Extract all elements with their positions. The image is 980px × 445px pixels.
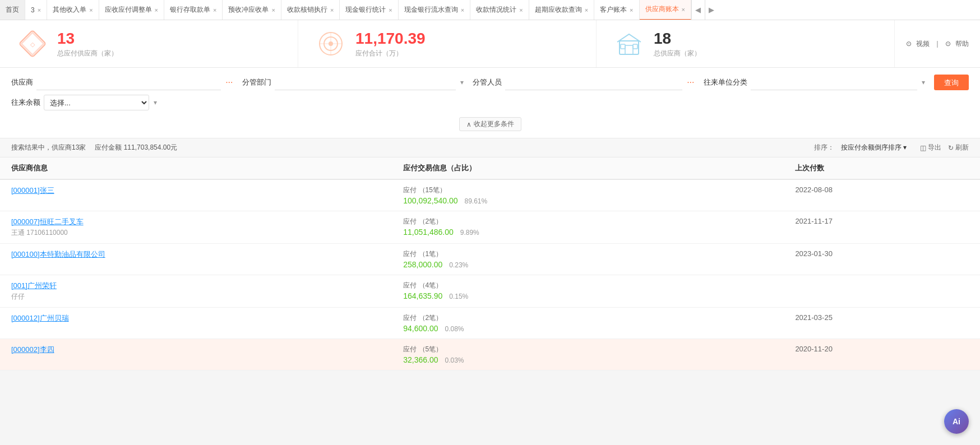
person-input[interactable] [505,75,682,90]
supplier-name-link[interactable]: [000002]李四 [11,345,54,354]
nav-tab-cash-flow-close[interactable]: × [461,7,464,13]
nav-tab-3-label: 3 [31,6,35,14]
nav-tab-advance-close[interactable]: × [271,7,275,13]
nav-tab-other-income[interactable]: 其他收入单 × [47,0,99,20]
supplier-name-link[interactable]: [000007]恒旺二手叉车 [11,217,84,226]
dept-input[interactable] [275,75,456,90]
balance-chevron-icon[interactable]: ▾ [154,99,157,106]
pay-amount-value: 94,600.00 [403,324,438,333]
refresh-icon: ↻ [948,144,954,152]
supplier-name-link[interactable]: [000001]张三 [11,186,54,194]
supplier-table: 供应商信息 应付交易信息（占比） 上次付数 [000001]张三应付 （15笔）… [0,157,980,370]
balance-select[interactable]: 选择... [44,95,149,110]
nav-scroll-left[interactable]: ◀ [691,0,705,20]
export-label: 导出 [928,143,941,152]
supplier-info-cell: [000007]恒旺二手叉车王通 17106110000 [0,211,392,244]
summary-card-payable-amount: 11,170.39 应付合计（万） [298,20,597,67]
pay-info-cell: 应付 （15笔）100,092,540.0089.61% [392,179,784,211]
nav-tab-overdue-close[interactable]: × [585,7,588,13]
nav-tab-bank-deposit[interactable]: 银行存取款单 × [164,0,223,20]
pay-count-label: 应付 （4笔） [403,281,773,290]
pay-info-cell: 应付 （1笔）258,000.000.23% [392,244,784,275]
nav-tab-payment-exec[interactable]: 收款核销执行 × [281,0,340,20]
pay-amount-row: 32,366.000.03% [403,355,773,364]
supplier-dots-icon[interactable]: ··· [225,77,233,87]
payable-suppliers-text: 13 总应付供应商（家） [57,29,281,59]
help-icon: ⊙ [945,40,951,48]
payable-amount-label: 应付合计（万） [355,49,579,58]
table-row: [001]广州荣轩仔仔应付 （4笔）164,635.900.15% [0,275,980,308]
summary-card-total-suppliers: 18 总供应商（家） [597,20,895,67]
nav-tab-cash-stats[interactable]: 现金银行统计 × [340,0,398,20]
top-right-links: ⊙ 视频 ｜ ⊙ 帮助 [895,20,980,67]
person-dots-icon[interactable]: ··· [687,77,694,87]
payable-amount-text: 11,170.39 应付合计（万） [355,29,579,59]
search-button[interactable]: 查询 [934,75,969,90]
help-link[interactable]: 帮助 [955,39,969,49]
supplier-name-link[interactable]: [000012]广州贝瑞 [11,314,69,322]
nav-tab-3[interactable]: 3 × [25,0,47,20]
nav-tab-overdue[interactable]: 超期应收款查询 × [529,0,594,20]
pay-count-label: 应付 （1笔） [403,249,773,259]
collapse-row: ∧ 收起更多条件 [11,115,969,133]
nav-tab-supplier-ledger[interactable]: 供应商账本 × [640,0,691,20]
category-label: 往来单位分类 [704,77,747,87]
pay-info-cell: 应付 （5笔）32,366.000.03% [392,339,784,370]
nav-tab-other-income-close[interactable]: × [89,7,93,13]
filter-row-2: 往来余额 选择... ▾ [11,95,969,110]
nav-tab-receipt-stats[interactable]: 收款情况统计 × [470,0,529,20]
nav-tab-customer-ledger[interactable]: 客户账本 × [594,0,639,20]
pay-info-cell: 应付 （4笔）164,635.900.15% [392,275,784,308]
nav-tab-customer-ledger-close[interactable]: × [630,7,633,13]
collapse-label: 收起更多条件 [474,119,514,129]
nav-tab-cash-flow[interactable]: 现金银行流水查询 × [399,0,470,20]
pay-amount-row: 11,051,486.009.89% [403,228,773,237]
category-chevron-icon[interactable]: ▾ [922,78,925,86]
export-button[interactable]: ◫ 导出 [920,143,941,152]
nav-tab-receipt-stats-close[interactable]: × [519,7,523,13]
nav-scroll-right[interactable]: ▶ [705,0,718,20]
supplier-name-link[interactable]: [000100]本特勤油品有限公司 [11,250,105,258]
nav-tab-home[interactable]: 首页 [0,0,25,20]
table-header-row: 供应商信息 应付交易信息（占比） 上次付数 [0,157,980,179]
nav-tab-bank-deposit-close[interactable]: × [213,7,216,13]
result-bar: 搜索结果中，供应商13家 应付金额 111,703,854.00元 排序： 按应… [0,138,980,157]
summary-card-payable-suppliers: ◇ 13 总应付供应商（家） [0,20,298,67]
pay-percent-value: 0.03% [445,356,464,364]
nav-tab-cash-stats-label: 现金银行统计 [345,5,386,15]
balance-label: 往来余额 [11,98,40,108]
table-body: [000001]张三应付 （15笔）100,092,540.0089.61%20… [0,179,980,370]
nav-tab-cash-stats-close[interactable]: × [389,7,392,13]
pay-amount-value: 258,000.00 [403,260,442,269]
last-pay-cell [784,275,980,308]
nav-tab-3-close[interactable]: × [38,7,41,13]
dept-chevron-icon[interactable]: ▾ [460,78,464,86]
filter-balance: 往来余额 选择... ▾ [11,95,157,110]
total-suppliers-text: 18 总供应商（家） [654,29,877,59]
nav-tab-adjustment-close[interactable]: × [155,7,158,13]
payable-suppliers-label: 总应付供应商（家） [57,49,281,58]
refresh-button[interactable]: ↻ 刷新 [948,143,969,152]
supplier-label: 供应商 [11,77,33,87]
collapse-button[interactable]: ∧ 收起更多条件 [459,117,521,131]
supplier-input[interactable] [36,75,221,90]
nav-tab-payment-exec-label: 收款核销执行 [287,5,327,15]
pay-percent-value: 89.61% [465,197,488,205]
supplier-sub-info: 王通 17106110000 [11,228,381,238]
supplier-info-cell: [000002]李四 [0,339,392,370]
nav-tab-adjustment[interactable]: 应收应付调整单 × [99,0,164,20]
main-table-wrapper: 供应商信息 应付交易信息（占比） 上次付数 [000001]张三应付 （15笔）… [0,157,980,370]
nav-tab-advance[interactable]: 预收冲应收单 × [223,0,281,20]
sort-button[interactable]: 按应付余额倒序排序 ▾ [841,143,907,152]
video-link[interactable]: 视频 [916,39,930,49]
nav-tab-advance-label: 预收冲应收单 [228,5,269,15]
nav-tab-payment-exec-close[interactable]: × [330,7,334,13]
pay-amount-value: 32,366.00 [403,355,438,364]
pay-info-cell: 应付 （2笔）11,051,486.009.89% [392,211,784,244]
sort-label: 排序： [814,143,834,152]
nav-tab-bank-deposit-label: 银行存取款单 [170,5,210,15]
supplier-name-link[interactable]: [001]广州荣轩 [11,281,57,290]
nav-tab-supplier-ledger-close[interactable]: × [682,6,685,13]
category-input[interactable] [751,75,918,90]
svg-rect-11 [633,44,637,49]
